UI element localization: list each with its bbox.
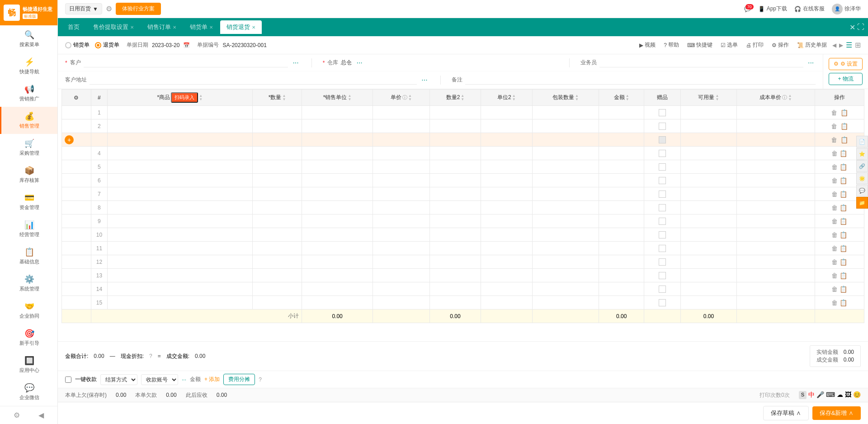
sidebar-item-purchase[interactable]: 🛒 采购管理 — [0, 134, 57, 161]
ime-zh-icon[interactable]: 中 — [808, 391, 815, 399]
copy-row-icon[interactable]: 📋 — [840, 122, 849, 131]
delete-row-icon[interactable]: 🗑 — [830, 203, 839, 212]
user-menu[interactable]: 👤 徐泽华 — [832, 4, 861, 14]
sidebar-item-wechat[interactable]: 💬 企业微信 — [0, 378, 57, 405]
copy-row-icon[interactable]: 📋 — [840, 108, 849, 117]
sidebar-item-basic[interactable]: 📋 基础信息 — [0, 243, 57, 270]
row-qty-cell[interactable] — [252, 106, 302, 119]
row-product-cell[interactable] — [107, 119, 252, 133]
right-sidebar-btn-5[interactable]: 💬 — [856, 185, 868, 196]
gift-checkbox[interactable] — [659, 272, 666, 279]
history-btn[interactable]: 📜 历史单据 — [794, 40, 830, 50]
salesperson-picker-btn[interactable]: ··· — [806, 59, 816, 67]
calendar-icon[interactable]: 📅 — [183, 42, 190, 48]
view-list-icon[interactable]: ☰ — [846, 41, 852, 49]
tab-price-setting[interactable]: 售价提取设置 ✕ — [87, 20, 140, 34]
view-grid-icon[interactable]: ⊞ — [855, 41, 861, 49]
online-service-button[interactable]: 🎧 在线客服 — [794, 5, 825, 13]
row-unit-cell[interactable] — [302, 133, 373, 147]
fee-split-btn[interactable]: 费用分摊 — [223, 374, 255, 385]
row-gift-cell[interactable] — [644, 106, 681, 119]
copy-row-icon[interactable]: 📋 — [839, 298, 848, 307]
row-amount-cell[interactable] — [599, 133, 644, 147]
ime-settings2-icon[interactable]: ⌨ — [826, 391, 835, 399]
try-industry-button[interactable]: 体验行业方案 — [116, 3, 161, 15]
app-download-button[interactable]: 📱 App下载 — [758, 5, 787, 13]
product-input-active[interactable] — [110, 137, 250, 143]
notification-button[interactable]: 💬 70 — [744, 6, 751, 12]
copy-row-icon[interactable]: 📋 — [839, 271, 848, 280]
copy-row-icon[interactable]: 📋 — [839, 217, 848, 226]
gift-checkbox[interactable] — [659, 245, 666, 252]
row-gift-cell[interactable] — [644, 133, 681, 147]
copy-row-icon[interactable]: 📋 — [839, 176, 848, 185]
copy-row-icon[interactable]: 📋 — [839, 230, 848, 239]
operate-btn[interactable]: ⚙ 操作 — [769, 40, 792, 50]
unit2-sort[interactable]: ▲▼ — [512, 94, 516, 101]
gift-checkbox[interactable] — [659, 123, 666, 130]
right-sidebar-btn-2[interactable]: ⭐ — [856, 148, 868, 160]
sidebar-item-enterprise[interactable]: 🤝 企业协同 — [0, 297, 57, 324]
row-unit2-cell[interactable] — [481, 133, 532, 147]
gift-checkbox[interactable] — [659, 150, 666, 157]
customer-picker-btn[interactable]: ··· — [291, 59, 300, 67]
sidebar-settings-btn[interactable]: ⚙ — [14, 411, 20, 419]
delete-row-icon[interactable]: 🗑 — [830, 108, 838, 117]
delete-row-icon[interactable]: 🗑 — [830, 149, 839, 158]
delete-row-icon[interactable]: 🗑 — [830, 135, 838, 144]
select-btn[interactable]: ☑ 选单 — [718, 40, 741, 50]
gift-checkbox[interactable] — [659, 286, 666, 293]
sidebar-item-shortcut[interactable]: ⚡ 快捷导航 — [0, 52, 57, 80]
product-input[interactable] — [110, 110, 250, 116]
delete-row-icon[interactable]: 🗑 — [830, 162, 839, 172]
qty-sort[interactable]: ▲▼ — [282, 94, 286, 101]
row-cost-cell[interactable] — [736, 133, 815, 147]
delete-row-icon[interactable]: 🗑 — [830, 230, 839, 239]
tab-sales-delivery-close[interactable]: ✕ — [209, 25, 213, 30]
sidebar-item-apps[interactable]: 🔲 应用中心 — [0, 351, 57, 378]
delete-row-icon[interactable]: 🗑 — [830, 244, 839, 253]
customer-input[interactable] — [84, 58, 288, 67]
row-pkg-cell[interactable] — [532, 119, 599, 133]
payment-method-select[interactable]: 结算方式 — [100, 374, 137, 385]
delete-row-icon[interactable]: 🗑 — [830, 217, 839, 226]
ime-cloud-icon[interactable]: ☁ — [837, 391, 843, 399]
row-available-cell[interactable] — [681, 119, 737, 133]
ime-s-icon[interactable]: S — [799, 391, 807, 399]
row-amount-cell[interactable] — [599, 119, 644, 133]
available-sort[interactable]: ▲▼ — [715, 94, 719, 101]
save-draft-btn[interactable]: 保存草稿 ∧ — [763, 406, 809, 420]
copy-row-icon[interactable]: 📋 — [839, 149, 848, 158]
tab-sales-order[interactable]: 销售订单 ✕ — [141, 20, 183, 34]
shortcut-btn[interactable]: ⌨ 快捷键 — [684, 40, 715, 50]
ime-photo-icon[interactable]: 🖼 — [845, 391, 851, 399]
copy-row-icon[interactable]: 📋 — [840, 135, 849, 144]
address-picker-btn[interactable]: ··· — [420, 76, 429, 84]
delete-row-icon[interactable]: 🗑 — [830, 190, 839, 199]
delete-row-icon[interactable]: 🗑 — [830, 122, 838, 131]
row-qty-cell[interactable] — [252, 133, 302, 147]
right-sidebar-btn-3[interactable]: 🔗 — [856, 160, 868, 172]
delete-row-icon[interactable]: 🗑 — [830, 176, 839, 185]
sidebar-collapse-btn[interactable]: ◀ — [38, 411, 44, 419]
row-pkg-cell[interactable] — [532, 133, 599, 147]
settings-icon[interactable]: ⚙ — [74, 95, 79, 101]
copy-row-icon[interactable]: 📋 — [839, 162, 848, 172]
sidebar-item-guide[interactable]: 🎯 新手引导 — [0, 324, 57, 351]
gift-checkbox[interactable] — [659, 136, 666, 143]
gift-checkbox[interactable] — [659, 177, 666, 184]
delete-row-icon[interactable]: 🗑 — [830, 285, 839, 294]
gift-checkbox[interactable] — [659, 163, 666, 171]
ime-mic-icon[interactable]: 🎤 — [816, 391, 824, 399]
warehouse-picker-btn[interactable]: ··· — [354, 59, 364, 67]
gift-checkbox[interactable] — [659, 299, 666, 306]
scan-input-btn[interactable]: 扫码录入 — [171, 92, 198, 103]
sidebar-item-system[interactable]: ⚙️ 系统管理 — [0, 270, 57, 297]
row-available-cell[interactable] — [681, 106, 737, 119]
pkg-sort[interactable]: ▲▼ — [575, 94, 579, 101]
tab-sales-delivery[interactable]: 销货单 ✕ — [184, 20, 219, 34]
qty2-sort[interactable]: ▲▼ — [461, 94, 464, 101]
copy-row-icon[interactable]: 📋 — [839, 203, 848, 212]
radio-return[interactable]: 退货单 — [95, 41, 119, 49]
gift-checkbox[interactable] — [659, 218, 666, 225]
